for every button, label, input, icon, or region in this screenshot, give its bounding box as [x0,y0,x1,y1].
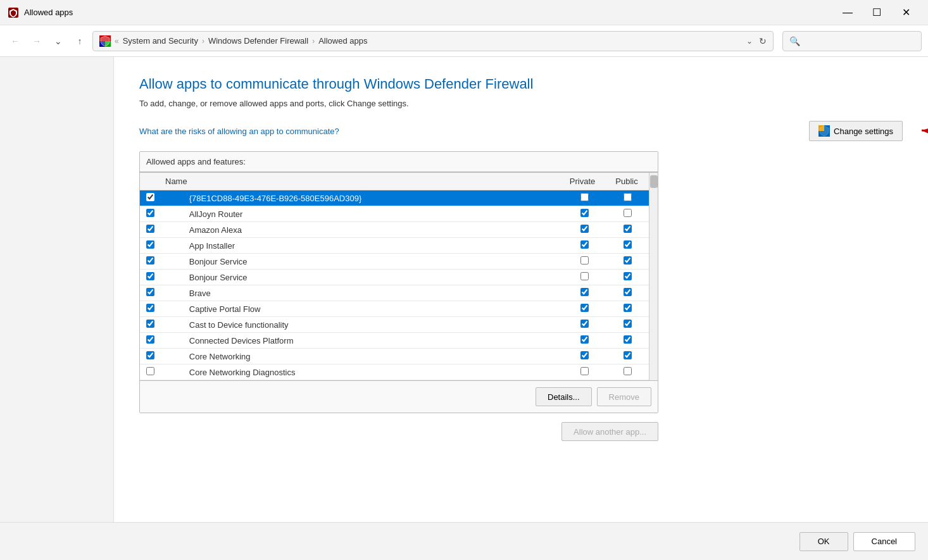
app-private-checkbox[interactable] [580,272,589,280]
app-private-checkbox-cell[interactable] [563,222,606,238]
risks-link[interactable]: What are the risks of allowing an app to… [139,127,339,136]
app-public-checkbox[interactable] [624,209,632,217]
app-private-checkbox-cell[interactable] [563,364,606,380]
app-public-checkbox[interactable] [624,225,632,233]
app-public-checkbox-cell[interactable] [606,364,649,380]
app-private-checkbox-cell[interactable] [563,254,606,270]
table-row[interactable]: Core Networking Diagnostics [140,364,649,380]
app-enable-checkbox[interactable] [146,335,154,344]
table-row[interactable]: AllJoyn Router [140,206,649,222]
app-public-checkbox[interactable] [624,272,632,280]
scrollbar-track[interactable] [649,173,658,380]
table-row[interactable]: Amazon Alexa [140,222,649,238]
app-public-checkbox-cell[interactable] [606,317,649,333]
app-name-cell: AllJoyn Router [183,206,563,222]
table-row[interactable]: Cast to Device functionality [140,317,649,333]
app-private-checkbox-cell[interactable] [563,190,606,206]
app-private-checkbox[interactable] [580,288,589,296]
minimize-button[interactable]: — [833,3,862,23]
app-public-checkbox[interactable] [624,288,632,296]
app-private-checkbox[interactable] [580,351,589,359]
app-private-checkbox-cell[interactable] [563,238,606,254]
app-name-cell: Bonjour Service [183,254,563,270]
table-row[interactable]: Bonjour Service [140,254,649,270]
app-public-checkbox-cell[interactable] [606,301,649,317]
app-public-checkbox[interactable] [624,240,632,249]
app-enable-checkbox[interactable] [146,304,154,312]
scrollbar-thumb[interactable] [650,175,658,188]
app-public-checkbox-cell[interactable] [606,238,649,254]
app-enable-checkbox[interactable] [146,256,154,264]
app-enable-checkbox[interactable] [146,288,154,296]
app-private-checkbox[interactable] [580,304,589,312]
app-private-checkbox-cell[interactable] [563,206,606,222]
app-enable-checkbox[interactable] [146,320,154,328]
maximize-button[interactable]: ☐ [862,3,891,23]
table-row[interactable]: Captive Portal Flow [140,301,649,317]
app-private-checkbox[interactable] [580,209,589,217]
app-private-checkbox[interactable] [580,240,589,249]
app-enable-checkbox[interactable] [146,240,154,249]
address-dropdown-button[interactable]: ⌄ [746,37,753,46]
app-private-checkbox-cell[interactable] [563,333,606,349]
cancel-button[interactable]: Cancel [853,532,915,551]
table-row[interactable]: App Installer [140,238,649,254]
table-body-scroll[interactable]: {78E1CD88-49E3-476E-B926-580E596AD309}Al… [140,190,649,380]
table-row[interactable]: Connected Devices Platform [140,333,649,349]
table-row[interactable]: Brave [140,285,649,301]
breadcrumb-arrow-2: › [312,37,315,46]
address-bar: ← → ⌄ ↑ « System and Security › Windows … [0,25,928,57]
app-public-checkbox-cell[interactable] [606,254,649,270]
up-button[interactable]: ↑ [71,32,89,50]
close-button[interactable]: ✕ [891,3,920,23]
refresh-button[interactable]: ↻ [759,36,767,46]
breadcrumb-arrow-1: › [202,37,204,46]
table-row[interactable]: Core Networking [140,349,649,364]
app-private-checkbox[interactable] [580,367,589,375]
app-private-checkbox[interactable] [580,256,589,264]
app-private-checkbox[interactable] [580,225,589,233]
app-public-checkbox[interactable] [624,367,632,375]
app-private-checkbox-cell[interactable] [563,285,606,301]
recent-locations-button[interactable]: ⌄ [49,32,67,50]
app-public-checkbox[interactable] [624,320,632,328]
app-public-checkbox[interactable] [624,351,632,359]
app-private-checkbox-cell[interactable] [563,301,606,317]
app-private-checkbox-cell[interactable] [563,317,606,333]
app-public-checkbox-cell[interactable] [606,206,649,222]
app-private-checkbox[interactable] [580,320,589,328]
allow-another-button[interactable]: Allow another app... [561,422,658,441]
app-public-checkbox-cell[interactable] [606,349,649,364]
table-row[interactable]: {78E1CD88-49E3-476E-B926-580E596AD309} [140,190,649,206]
app-enable-checkbox[interactable] [146,367,154,375]
app-private-checkbox[interactable] [580,335,589,344]
app-public-checkbox[interactable] [624,193,632,201]
app-private-checkbox-cell[interactable] [563,270,606,285]
app-public-checkbox-cell[interactable] [606,222,649,238]
remove-button[interactable]: Remove [597,387,651,406]
app-public-checkbox[interactable] [624,256,632,264]
app-enable-checkbox[interactable] [146,225,154,233]
app-public-checkbox-cell[interactable] [606,285,649,301]
app-public-checkbox-cell[interactable] [606,190,649,206]
change-settings-button[interactable]: Change settings [809,121,903,141]
address-box[interactable]: « System and Security › Windows Defender… [92,31,774,51]
app-public-checkbox-cell[interactable] [606,270,649,285]
app-public-checkbox[interactable] [624,304,632,312]
app-private-checkbox[interactable] [580,193,589,201]
ok-button[interactable]: OK [799,532,848,551]
forward-button[interactable]: → [28,32,46,50]
search-box[interactable]: 🔍 [782,31,922,51]
app-enable-checkbox[interactable] [146,193,154,201]
app-private-checkbox-cell[interactable] [563,349,606,364]
app-public-checkbox[interactable] [624,335,632,344]
app-enable-checkbox[interactable] [146,351,154,359]
app-enable-checkbox[interactable] [146,272,154,280]
app-enable-checkbox[interactable] [146,209,154,217]
table-actions: Details... Remove [140,380,658,413]
table-row[interactable]: Bonjour Service [140,270,649,285]
details-button[interactable]: Details... [536,387,592,406]
app-public-checkbox-cell[interactable] [606,333,649,349]
table-header: Name Private Public [140,173,649,190]
back-button[interactable]: ← [6,32,24,50]
